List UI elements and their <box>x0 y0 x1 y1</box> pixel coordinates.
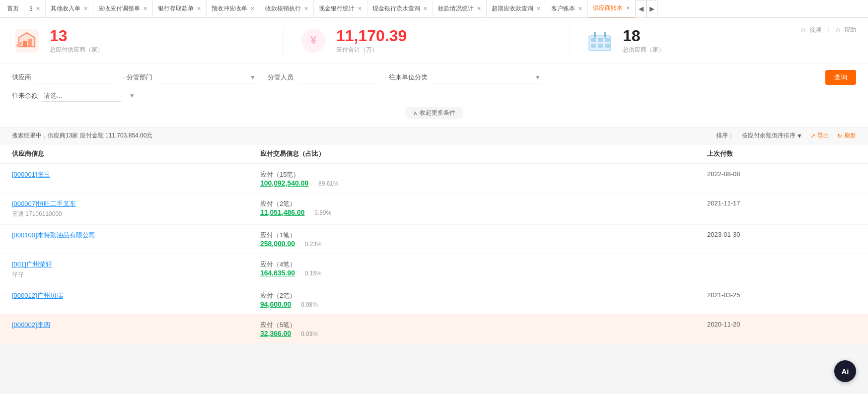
export-icon: ↗ <box>810 132 815 139</box>
svg-rect-14 <box>594 32 596 38</box>
tx-amount-link[interactable]: 32,366.00 <box>260 329 291 337</box>
person-input[interactable] <box>297 71 385 83</box>
dept-select-wrap: ▼ <box>156 71 256 83</box>
tx-cell: 应付（15笔） 100,092,540.00 89.61% <box>260 170 707 187</box>
total-payable-suppliers-label: 总应付供应商（家） <box>50 46 103 54</box>
tx-amount-link[interactable]: 11,051,486.00 <box>260 208 305 216</box>
supplier-link[interactable]: [001]广州荣轩 <box>12 261 52 268</box>
supplier-cell: [001]广州荣轩 仔仔 <box>12 260 260 279</box>
balance-chevron-down-icon[interactable]: ▼ <box>129 92 135 99</box>
total-payable-amount-number: 11,170.39 <box>336 28 407 44</box>
nav-tab-home[interactable]: 首页 <box>2 0 24 18</box>
sort-select[interactable]: 按应付余额倒序排序 ▼ <box>742 131 802 140</box>
total-suppliers-number: 18 <box>623 28 664 44</box>
tx-label: 应付（2笔） <box>260 291 707 300</box>
svg-rect-1 <box>23 41 27 47</box>
top-navigation: 首页 3 ✕ 其他收入单 ✕ 应收应付调整单 ✕ 银行存取款单 ✕ 预收冲应收单… <box>0 0 868 18</box>
nav-tab-bank-deposit[interactable]: 银行存取款单 ✕ <box>153 0 207 18</box>
nav-tab-other-income[interactable]: 其他收入单 ✕ <box>46 0 93 18</box>
category-chevron-down-icon[interactable]: ▼ <box>535 74 541 81</box>
supplier-input-wrap: ··· <box>35 71 115 83</box>
balance-filter-label: 往来余额 <box>12 91 38 100</box>
filter-row-2: 往来余额 ▼ <box>12 90 856 102</box>
nav-tab-prepay-close[interactable]: ✕ <box>250 5 255 12</box>
nav-tab-bank-deposit-close[interactable]: ✕ <box>197 5 201 12</box>
supplier-cell: [000100]本特勤油品有限公司 <box>12 231 260 240</box>
tx-cell: 应付（2笔） 94,600.00 0.08% <box>260 291 707 308</box>
nav-tab-overdue[interactable]: 超期应收款查询 ✕ <box>487 0 546 18</box>
supplier-link[interactable]: [000007]恒旺二手叉车 <box>12 200 76 207</box>
results-bar: 搜索结果中，供应商13家 应付金额 111,703,854.00元 排序： 按应… <box>0 128 868 144</box>
nav-tab-collection-close[interactable]: ✕ <box>304 5 308 12</box>
sort-chevron-down-icon[interactable]: ▼ <box>796 132 802 139</box>
category-input[interactable] <box>432 71 535 83</box>
nav-tab-3-close[interactable]: ✕ <box>36 5 40 12</box>
supplier-link[interactable]: [000012]广州贝瑞 <box>12 292 63 299</box>
nav-tab-prepay[interactable]: 预收冲应收单 ✕ <box>207 0 260 18</box>
tx-amount-link[interactable]: 94,600.00 <box>260 300 291 308</box>
nav-tab-cash-bank-flow[interactable]: 现金银行流水查询 ✕ <box>367 0 433 18</box>
dept-chevron-down-icon[interactable]: ▼ <box>250 74 256 81</box>
separator: 丨 <box>825 26 831 34</box>
nav-tab-supplier-book[interactable]: 供应商账本 ✕ <box>588 0 636 18</box>
search-button[interactable]: 查询 <box>825 70 856 85</box>
nav-tab-cash-bank-flow-close[interactable]: ✕ <box>423 5 428 12</box>
nav-tab-ar-ap-adjust[interactable]: 应收应付调整单 ✕ <box>93 0 153 18</box>
main-table: 供应商信息 应付交易信息（占比） 上次付数 [000001]张三 应付（15笔）… <box>0 144 868 344</box>
nav-tab-customer-book[interactable]: 客户账本 ✕ <box>546 0 588 18</box>
nav-prev-arrow[interactable]: ◀ <box>636 0 647 18</box>
table-row: [000007]恒旺二手叉车 王通 17106110000 应付（2笔） 11,… <box>0 194 868 225</box>
col-supplier-info: 供应商信息 <box>12 149 260 158</box>
nav-tab-cash-bank-stats-close[interactable]: ✕ <box>358 5 362 12</box>
nav-tab-customer-book-close[interactable]: ✕ <box>578 5 582 12</box>
tx-label: 应付（1笔） <box>260 231 707 240</box>
svg-text:¥: ¥ <box>310 34 317 46</box>
total-suppliers-icon <box>585 26 615 56</box>
supplier-cell: [000001]张三 <box>12 170 260 179</box>
supplier-link[interactable]: [000002]李四 <box>12 321 50 328</box>
tx-amount-link[interactable]: 164,635.90 <box>260 269 295 277</box>
tx-amount-link[interactable]: 100,092,540.00 <box>260 179 308 187</box>
collapse-button[interactable]: ∧ 收起更多条件 <box>405 107 463 119</box>
total-payable-icon: ¥ <box>298 26 328 56</box>
nav-tab-3[interactable]: 3 ✕ <box>24 0 46 18</box>
nav-tab-supplier-book-label: 供应商账本 <box>593 4 623 12</box>
refresh-button[interactable]: ↻ 刷新 <box>837 131 856 140</box>
filter-row-1: 供应商 ··· 分管部门 ▼ 分管人员 ··· 往来单位分类 <box>12 70 856 85</box>
supplier-payable-icon <box>12 26 42 56</box>
filter-dept: 分管部门 ▼ <box>127 71 256 83</box>
nav-tab-supplier-book-close[interactable]: ✕ <box>626 5 630 11</box>
svg-point-4 <box>19 42 22 45</box>
nav-tab-cash-bank-stats[interactable]: 现金银行统计 ✕ <box>314 0 367 18</box>
supplier-link[interactable]: [000100]本特勤油品有限公司 <box>12 231 95 239</box>
table-row: [000100]本特勤油品有限公司 应付（1笔） 258,000.00 0.23… <box>0 225 868 254</box>
table-row: [001]广州荣轩 仔仔 应付（4笔） 164,635.90 0.15% <box>0 254 868 285</box>
total-suppliers-label: 总供应商（家） <box>623 46 664 54</box>
tx-cell: 应付（5笔） 32,366.00 0.03% <box>260 321 707 337</box>
nav-tab-collection-stats-close[interactable]: ✕ <box>477 5 481 12</box>
summary-card-total-payable: ¥ 11,170.39 应付合计（万） <box>283 26 570 56</box>
filter-category: 往来单位分类 ▼ <box>389 71 541 83</box>
nav-tab-collection-stats-label: 收款情况统计 <box>438 4 474 13</box>
nav-tab-overdue-close[interactable]: ✕ <box>536 5 541 12</box>
balance-select-wrap: ▼ <box>42 90 121 102</box>
person-input-wrap: ··· <box>297 71 377 83</box>
nav-next-arrow[interactable]: ▶ <box>647 0 657 18</box>
help-link[interactable]: 帮助 <box>844 26 856 34</box>
tx-amount-link[interactable]: 258,000.00 <box>260 240 295 248</box>
last-pay-date: 2021-11-17 <box>707 199 856 207</box>
nav-tab-other-income-close[interactable]: ✕ <box>83 5 88 12</box>
supplier-input[interactable] <box>35 71 123 83</box>
video-link[interactable]: 视频 <box>809 26 821 34</box>
nav-tab-collection-stats[interactable]: 收款情况统计 ✕ <box>433 0 487 18</box>
supplier-link[interactable]: [000001]张三 <box>12 171 50 178</box>
nav-tab-overdue-label: 超期应收款查询 <box>492 4 533 13</box>
dept-input[interactable] <box>156 71 250 83</box>
refresh-icon: ↻ <box>837 132 842 139</box>
export-button[interactable]: ↗ 导出 <box>810 131 829 140</box>
tx-label: 应付（2笔） <box>260 199 707 208</box>
nav-tab-ar-ap-adjust-close[interactable]: ✕ <box>143 5 147 12</box>
nav-tab-3-label: 3 <box>29 5 33 12</box>
nav-tab-collection[interactable]: 收款核销执行 ✕ <box>260 0 314 18</box>
balance-input[interactable] <box>42 90 129 101</box>
